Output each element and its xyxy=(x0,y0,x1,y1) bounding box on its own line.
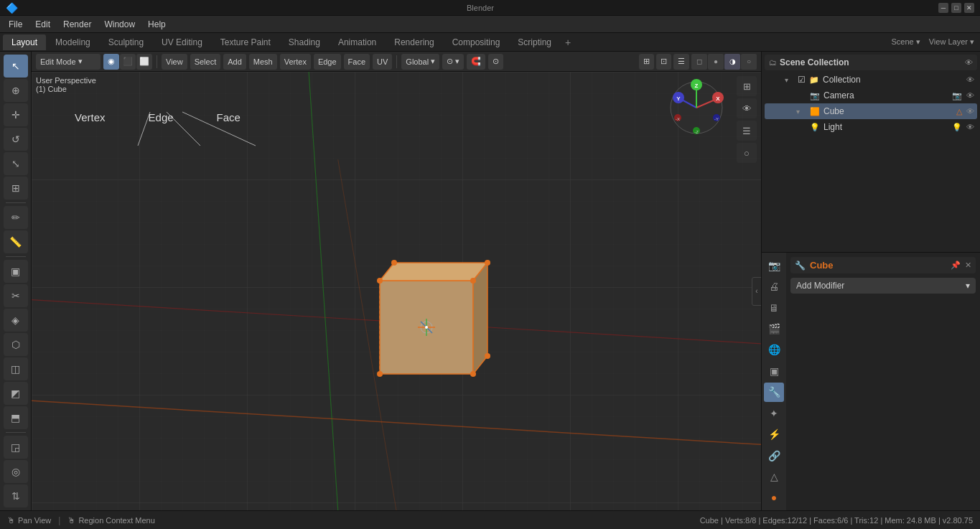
collection-checkbox[interactable]: ☑ xyxy=(798,75,806,85)
tab-animation[interactable]: Animation xyxy=(330,34,385,50)
tool-loop-cut[interactable]: ▣ xyxy=(4,260,28,283)
select-menu[interactable]: Select xyxy=(190,54,221,70)
light-row[interactable]: 💡 Light 💡 👁 xyxy=(765,119,977,135)
view-layer-selector[interactable]: View Layer ▾ xyxy=(929,37,974,47)
tab-compositing[interactable]: Compositing xyxy=(444,34,509,50)
cube-3d[interactable] xyxy=(340,223,527,410)
proportional-editing[interactable]: ⊙ xyxy=(488,54,503,70)
right-panel-toggle[interactable]: ‹ xyxy=(752,277,761,306)
tool-transform[interactable]: ⊞ xyxy=(4,177,28,200)
orientation-selector[interactable]: Global ▾ xyxy=(401,54,439,70)
tab-rendering[interactable]: Rendering xyxy=(386,34,442,50)
particles-props-btn[interactable]: ✦ xyxy=(764,403,784,423)
tool-annotate[interactable]: ✏ xyxy=(4,206,28,229)
xray-toggle[interactable]: ☰ xyxy=(673,54,689,70)
tool-cursor[interactable]: ⊕ xyxy=(4,79,28,102)
edge-menu[interactable]: Edge xyxy=(314,54,341,70)
face-menu[interactable]: Face xyxy=(344,54,370,70)
collection-visibility-icon[interactable]: 👁 xyxy=(966,75,974,84)
properties-icons: 📷 🖨 🖥 🎬 🌐 ▣ 🔧 ✦ ⚡ 🔗 △ ● xyxy=(762,253,786,510)
tool-knife[interactable]: ✂ xyxy=(4,284,28,307)
props-pin-icon[interactable]: 📌 xyxy=(951,261,961,270)
mode-selector[interactable]: Edit Mode ▾ xyxy=(36,54,101,70)
edge-select-button[interactable]: ⬛ xyxy=(120,54,136,70)
props-close-icon[interactable]: ✕ xyxy=(965,261,971,270)
navigation-gizmo[interactable]: X Y Z -X -Y -Z xyxy=(668,79,725,136)
tool-measure[interactable]: 📏 xyxy=(4,230,28,253)
viewport-canvas[interactable]: User Perspective (1) Cube Vertex Edge Fa… xyxy=(32,72,761,510)
add-workspace-button[interactable]: + xyxy=(561,35,575,50)
camera-visibility-icon[interactable]: 👁 xyxy=(966,91,974,100)
cube-row[interactable]: ▾ 🟧 Cube △ 👁 xyxy=(765,103,977,119)
tool-bevel[interactable]: ◩ xyxy=(4,382,28,405)
pivot-point-selector[interactable]: ⊙ ▾ xyxy=(442,54,464,70)
menu-edit[interactable]: Edit xyxy=(29,18,56,31)
viewport-lock-btn[interactable]: ○ xyxy=(737,143,757,163)
tab-sculpting[interactable]: Sculpting xyxy=(100,34,152,50)
object-props-btn[interactable]: ▣ xyxy=(764,361,784,380)
maximize-button[interactable]: □ xyxy=(951,3,961,13)
tool-rotate[interactable]: ↺ xyxy=(4,128,28,151)
tab-scripting[interactable]: Scripting xyxy=(509,34,560,50)
tool-extrude[interactable]: ⬡ xyxy=(4,333,28,356)
menu-help[interactable]: Help xyxy=(142,18,172,31)
scene-props-btn[interactable]: 🎬 xyxy=(764,319,784,338)
uv-menu[interactable]: UV xyxy=(373,54,392,70)
collection-row[interactable]: ▾ ☑ 📁 Collection 👁 xyxy=(765,72,977,88)
minimize-button[interactable]: ─ xyxy=(938,3,948,13)
vertex-select-button[interactable]: ◉ xyxy=(103,54,119,70)
menu-render[interactable]: Render xyxy=(57,18,97,31)
view-menu[interactable]: View xyxy=(162,54,187,70)
tool-move[interactable]: ✛ xyxy=(4,103,28,126)
close-button[interactable]: ✕ xyxy=(964,3,974,13)
tool-shear[interactable]: ◲ xyxy=(4,436,28,459)
material-mode-btn[interactable]: ◑ xyxy=(724,54,740,70)
snap-toggle[interactable]: 🧲 xyxy=(467,54,485,70)
cube-visibility-icon[interactable]: 👁 xyxy=(966,107,974,116)
tab-modeling[interactable]: Modeling xyxy=(47,34,99,50)
mesh-menu[interactable]: Mesh xyxy=(249,54,277,70)
wireframe-mode-btn[interactable]: ◻ xyxy=(691,54,707,70)
render-props-btn[interactable]: 📷 xyxy=(764,256,784,275)
tab-texture-paint[interactable]: Texture Paint xyxy=(212,34,279,50)
menu-window[interactable]: Window xyxy=(98,18,141,31)
tool-scale[interactable]: ⤡ xyxy=(4,152,28,175)
modifier-props-btn[interactable]: 🔧 xyxy=(764,383,784,402)
light-visibility-icon[interactable]: 👁 xyxy=(966,123,974,131)
tool-inset[interactable]: ◫ xyxy=(4,357,28,380)
material-props-btn[interactable]: ● xyxy=(764,488,784,507)
tool-select[interactable]: ↖ xyxy=(4,55,28,78)
show-gizmo-toggle[interactable]: ⊞ xyxy=(639,54,654,70)
view-layer-props-btn[interactable]: 🖥 xyxy=(764,298,784,317)
add-modifier-button[interactable]: Add Modifier ▾ xyxy=(790,278,976,294)
tab-uv-editing[interactable]: UV Editing xyxy=(153,34,211,50)
rendered-mode-btn[interactable]: ○ xyxy=(741,54,757,70)
scene-collection-visibility[interactable]: 👁 xyxy=(965,58,973,67)
face-select-button[interactable]: ⬜ xyxy=(136,54,152,70)
light-data-icon[interactable]: 💡 xyxy=(952,123,962,132)
perspective-toggle-btn[interactable]: 👁 xyxy=(737,98,757,118)
cube-mesh-icon[interactable]: △ xyxy=(956,107,962,116)
output-props-btn[interactable]: 🖨 xyxy=(764,276,784,296)
tool-bridge[interactable]: ⬒ xyxy=(4,406,28,429)
vertex-menu[interactable]: Vertex xyxy=(280,54,311,70)
camera-restrict-icon[interactable]: 📷 xyxy=(952,91,962,100)
data-props-btn[interactable]: △ xyxy=(764,467,784,486)
tool-shrink-fatten[interactable]: ◎ xyxy=(4,460,28,483)
show-overlays-toggle[interactable]: ⊡ xyxy=(656,54,671,70)
camera-row[interactable]: 📷 Camera 📷 👁 xyxy=(765,88,977,103)
viewport[interactable]: Edit Mode ▾ ◉ ⬛ ⬜ View Select Add Mesh V… xyxy=(32,52,761,510)
add-menu[interactable]: Add xyxy=(223,54,246,70)
physics-props-btn[interactable]: ⚡ xyxy=(764,424,784,444)
scene-selector[interactable]: Scene ▾ xyxy=(891,37,920,47)
tab-layout[interactable]: Layout xyxy=(3,34,46,50)
solid-mode-btn[interactable]: ● xyxy=(708,54,724,70)
tool-polypen[interactable]: ◈ xyxy=(4,309,28,332)
camera-view-btn[interactable]: ⊞ xyxy=(737,76,757,96)
constraints-props-btn[interactable]: 🔗 xyxy=(764,446,784,465)
local-global-btn[interactable]: ☰ xyxy=(737,121,757,141)
tool-push-pull[interactable]: ⇅ xyxy=(4,484,28,507)
tab-shading[interactable]: Shading xyxy=(280,34,329,50)
world-props-btn[interactable]: 🌐 xyxy=(764,340,784,360)
menu-file[interactable]: File xyxy=(3,18,28,31)
